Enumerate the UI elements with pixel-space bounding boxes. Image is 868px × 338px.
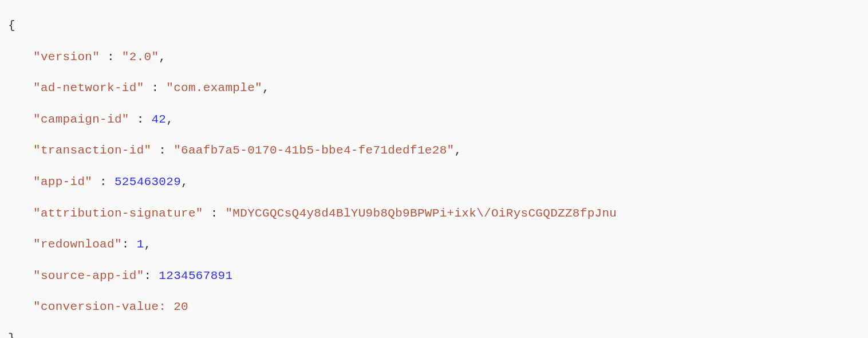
json-key: "attribution-signature" — [33, 207, 203, 220]
json-key: "campaign-id" — [33, 113, 129, 126]
code-line: "conversion-value: 20 — [8, 292, 860, 323]
json-sep: : — [203, 207, 226, 220]
close-brace: } — [8, 323, 860, 338]
json-sep: : — [144, 81, 167, 95]
json-trailing: , — [166, 113, 173, 126]
json-value: 525463029 — [115, 175, 181, 188]
json-value: "com.example" — [166, 81, 262, 95]
json-sep: : — [100, 50, 122, 64]
json-sep: : — [144, 269, 159, 282]
code-line: "redownload": 1, — [8, 229, 860, 261]
json-key: "conversion-value: 20 — [33, 300, 188, 313]
json-trailing: , — [454, 144, 461, 157]
open-brace: { — [8, 10, 860, 42]
code-line: "campaign-id" : 42, — [8, 104, 860, 136]
json-code-block: { "version" : "2.0", "ad-network-id" : "… — [8, 10, 860, 338]
json-key: "version" — [33, 50, 100, 64]
json-value: "2.0" — [122, 50, 159, 64]
json-sep: : — [92, 175, 115, 188]
json-trailing: , — [144, 238, 152, 251]
json-sep: : — [122, 238, 137, 251]
json-trailing: , — [262, 81, 270, 95]
json-value: "6aafb7a5-0170-41b5-bbe4-fe71dedf1e28" — [173, 144, 454, 157]
json-value: 1234567891 — [159, 269, 232, 282]
code-line: "source-app-id": 1234567891 — [8, 261, 860, 292]
json-key: "transaction-id" — [33, 144, 151, 157]
json-value: 42 — [151, 113, 166, 126]
json-value: "MDYCGQCsQ4y8d4BlYU9b8Qb9BPWPi+ixk\/OiRy… — [225, 207, 617, 220]
code-line: "attribution-signature" : "MDYCGQCsQ4y8d… — [8, 198, 860, 230]
code-line: "transaction-id" : "6aafb7a5-0170-41b5-b… — [8, 135, 860, 167]
code-line: "app-id" : 525463029, — [8, 167, 860, 198]
json-sep: : — [151, 144, 173, 157]
code-line: "ad-network-id" : "com.example", — [8, 73, 860, 104]
json-key: "ad-network-id" — [33, 81, 144, 95]
json-key: "redownload" — [33, 238, 122, 251]
json-trailing: , — [159, 50, 166, 64]
json-key: "app-id" — [33, 175, 92, 188]
json-trailing: , — [181, 175, 188, 188]
json-sep: : — [129, 113, 152, 126]
code-line: "version" : "2.0", — [8, 42, 860, 73]
json-key: "source-app-id" — [33, 269, 144, 282]
json-value: 1 — [137, 238, 144, 251]
